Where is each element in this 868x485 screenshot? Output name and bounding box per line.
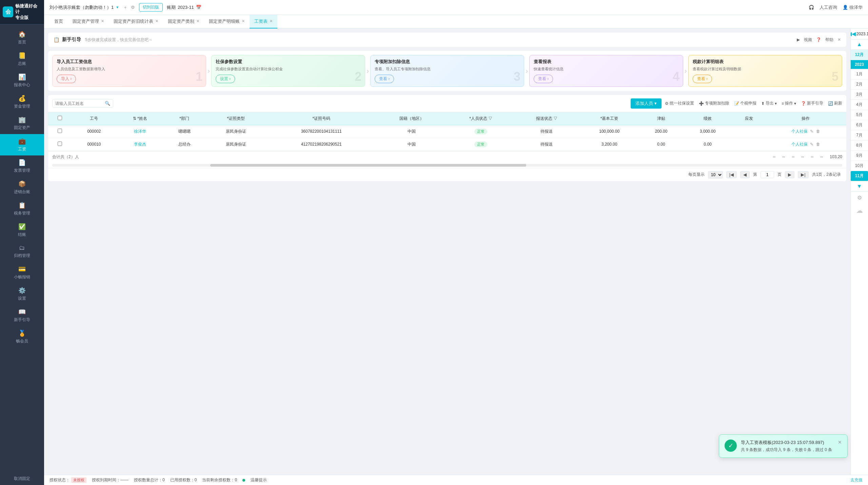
step-4-button[interactable]: 查看 › [534, 75, 553, 83]
step-1-card: 导入员工工资信息 人员信息及工资数据新增导入 导入 › 1 [52, 55, 206, 87]
step-5-button[interactable]: 查看 › [693, 75, 712, 83]
sidebar-nav: 🏠 首页 📒 总账 📊 报表中心 💰 资金管理 🏢 固定资产 💼 工资 📄 发票… [0, 24, 44, 472]
guide-video-link[interactable]: 视频 [804, 37, 812, 43]
row-2-edit-icon[interactable]: ✎ [810, 142, 813, 147]
tab-depreciation[interactable]: 固定资产折旧统计表 ✕ [109, 15, 163, 29]
calendar-icon[interactable]: 📅 [196, 5, 201, 10]
social-insurance-action[interactable]: ⚙ 统一社保设置 [665, 100, 694, 106]
step-2-desc: 完成社保参数设置直自动计算社保公积金 [216, 66, 361, 72]
fund-icon: 💰 [18, 95, 26, 102]
new-guide-action[interactable]: ❓ 新手引导 [801, 100, 823, 106]
step-1-button[interactable]: 导入 › [57, 75, 76, 83]
row-2-social-ins-link[interactable]: 个人社保 [791, 142, 808, 147]
tab-fixed-assets[interactable]: 固定资产管理 ✕ [68, 15, 109, 29]
sidebar-item-fixed-assets[interactable]: 🏢 固定资产 [0, 113, 44, 134]
support-link[interactable]: 人工咨询 [820, 4, 837, 11]
switch-version-button[interactable]: 切到旧版 [139, 3, 163, 12]
row-1-edit-icon[interactable]: ✎ [810, 129, 813, 134]
sort-icon[interactable]: ⇅ [133, 116, 136, 121]
sidebar-item-archive[interactable]: 🗂 归档管理 [0, 241, 44, 262]
sidebar-item-fund[interactable]: 💰 资金管理 [0, 91, 44, 113]
calendar-month-3[interactable]: 3月 [851, 90, 868, 100]
tab-category[interactable]: 固定资产类别 ✕ [163, 15, 204, 29]
sidebar-item-invoicing[interactable]: 📄 发票管理 [0, 155, 44, 177]
sidebar-item-payroll[interactable]: 💼 工资 [0, 134, 44, 155]
select-all-checkbox[interactable] [58, 116, 62, 120]
row-2-name-link[interactable]: 李俊杰 [134, 142, 146, 147]
calendar-month-1[interactable]: 1月 [851, 69, 868, 79]
calendar-month-7[interactable]: 7月 [851, 130, 868, 141]
per-page-select[interactable]: 10 20 50 [708, 171, 723, 179]
send-filter-icon[interactable]: ▽ [553, 116, 557, 121]
sidebar-item-home[interactable]: 🏠 首页 [0, 27, 44, 49]
prev-page-button[interactable]: ◀ [740, 171, 750, 178]
calendar-down-button[interactable]: ▼ [851, 181, 868, 192]
tab-payroll-close-icon[interactable]: ✕ [270, 19, 273, 23]
first-page-button[interactable]: |◀ [726, 171, 737, 178]
tab-depreciation-close-icon[interactable]: ✕ [155, 19, 158, 23]
charge-link[interactable]: 去充值 [850, 477, 863, 483]
last-page-button[interactable]: ▶| [798, 171, 808, 178]
sidebar-item-member[interactable]: 🏅 畅会员 [0, 326, 44, 348]
page-number-input[interactable] [761, 171, 774, 178]
guide-close-icon[interactable]: ✕ [837, 37, 841, 42]
calendar-month-10[interactable]: 10月 [851, 161, 868, 171]
calendar-up-button[interactable]: ▲ [851, 39, 868, 50]
calendar-month-6[interactable]: 6月 [851, 120, 868, 130]
calendar-month-dec[interactable]: 12月 [851, 50, 868, 60]
tab-detail-close-icon[interactable]: ✕ [242, 19, 245, 23]
refresh-action[interactable]: 🔄 刷新 [828, 100, 842, 106]
sidebar-footer[interactable]: 取消固定 [0, 472, 44, 485]
settings-gear-icon[interactable]: ⚙ [131, 5, 135, 10]
tab-payroll[interactable]: 工资表 ✕ [250, 15, 277, 29]
calendar-year-2023[interactable]: 2023 [851, 60, 868, 69]
tab-fixed-assets-close-icon[interactable]: ✕ [101, 19, 104, 23]
row-1-social-ins-link[interactable]: 个人社保 [791, 129, 808, 134]
add-employee-button[interactable]: 添加人员 ▾ [631, 98, 662, 109]
next-page-button[interactable]: ▶ [785, 171, 794, 178]
personal-tax-action[interactable]: 📝 个税申报 [734, 100, 756, 106]
sidebar-item-expense[interactable]: 💳 小畅报销 [0, 262, 44, 283]
step-3-button[interactable]: 查看 › [375, 75, 394, 83]
row-2-delete-icon[interactable]: 🗑 [816, 142, 820, 147]
sidebar-item-settings[interactable]: ⚙️ 设置 [0, 283, 44, 305]
tax-deduction-action[interactable]: ➕ 专项附加扣除 [699, 100, 729, 106]
calendar-month-5[interactable]: 5月 [851, 110, 868, 120]
step-2-button[interactable]: 设置 › [216, 75, 235, 83]
search-input[interactable] [55, 101, 103, 106]
sidebar-item-tax[interactable]: 📋 税务管理 [0, 198, 44, 220]
row-1-checkbox[interactable] [58, 129, 62, 133]
calendar-month-8[interactable]: 8月 [851, 141, 868, 151]
export-action[interactable]: ⬆ 导出 ▾ [761, 100, 777, 106]
refresh-label: 刷新 [834, 100, 842, 106]
tab-home[interactable]: 首页 [50, 15, 68, 29]
row-1-name-link[interactable]: 徐泽华 [134, 129, 146, 134]
horizontal-scrollbar[interactable] [52, 164, 842, 167]
row-1-delete-icon[interactable]: 🗑 [816, 129, 820, 134]
sidebar-item-guide[interactable]: 📖 新手引导 [0, 305, 44, 326]
calendar-month-2[interactable]: 2月 [851, 79, 868, 90]
operate-action[interactable]: ≡ 操作 ▾ [782, 100, 796, 106]
notification-close-button[interactable]: ✕ [838, 440, 842, 445]
guide-help-link[interactable]: 帮助 [825, 37, 833, 43]
status-filter-icon[interactable]: ▽ [488, 116, 492, 121]
sidebar-item-inventory[interactable]: 📦 进销台账 [0, 177, 44, 198]
calendar-month-9[interactable]: 9月 [851, 151, 868, 161]
sidebar-item-general-ledger[interactable]: 📒 总账 [0, 49, 44, 70]
calendar-month-11[interactable]: 11月 [851, 171, 868, 181]
home-icon: 🏠 [18, 31, 26, 38]
search-icon[interactable]: 🔍 [105, 101, 110, 106]
sidebar-item-settlement[interactable]: ✅ 结账 [0, 220, 44, 241]
sidebar-item-reports[interactable]: 📊 报表中心 [0, 70, 44, 91]
add-account-icon[interactable]: ＋ [123, 4, 127, 11]
sidebar-label-fixed-assets: 固定资产 [14, 125, 30, 131]
calendar-month-4[interactable]: 4月 [851, 100, 868, 110]
expand-icon[interactable]: ◀◀ [850, 31, 856, 37]
row-2-checkbox[interactable] [58, 142, 62, 146]
step-4-desc: 快速查看统计信息 [534, 66, 679, 72]
calendar-settings-icon[interactable]: ⚙ [856, 192, 863, 204]
tab-category-close-icon[interactable]: ✕ [196, 19, 199, 23]
row-1-should-pay [733, 125, 765, 138]
account-selector[interactable]: 刘小艳演示账套（勿删勿动！）1 ▼ [50, 4, 119, 11]
tab-detail[interactable]: 固定资产明细账 ✕ [204, 15, 250, 29]
